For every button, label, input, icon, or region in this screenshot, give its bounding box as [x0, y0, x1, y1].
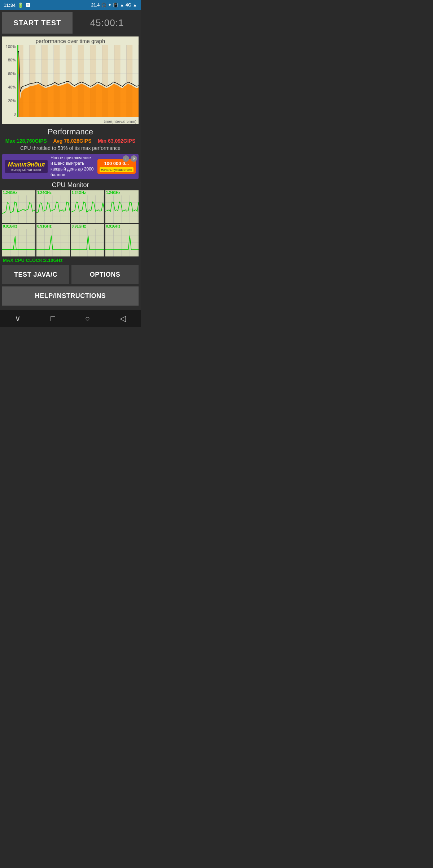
nav-circle-icon[interactable]: ○ — [85, 314, 90, 323]
cpu-chart-8 — [105, 229, 139, 256]
cpu-chart-3 — [71, 195, 104, 223]
headphones-icon: 🎧 — [101, 3, 106, 8]
cpu-core-1: 1.24GHz — [2, 190, 35, 223]
timer-display: 45:00:1 — [75, 17, 139, 29]
nav-square-icon[interactable]: □ — [51, 314, 55, 323]
ad-banner: МанилЭндия Выгодный чат-квест Новое прик… — [2, 154, 139, 179]
signal-text: 21.4 — [91, 3, 100, 8]
ad-right[interactable]: 100 000 0... Начать путешествие — [97, 159, 136, 174]
performance-chart-wrapper: performance over time graph 100% 80% 60%… — [2, 36, 139, 124]
wifi-icon: ▲ — [120, 3, 124, 8]
signal-icon: ▲ — [133, 3, 137, 8]
ad-left: МанилЭндия Выгодный чат-квест — [5, 160, 48, 173]
cpu-freq-3: 1.24GHz — [71, 190, 104, 195]
cpu-core-2: 1.24GHz — [36, 190, 70, 223]
cpu-chart-1 — [2, 195, 35, 223]
nav-back-icon[interactable]: ◁ — [120, 314, 126, 323]
ad-close-button[interactable]: ✕ — [131, 155, 137, 162]
y-label-20: 20% — [8, 99, 16, 103]
options-button[interactable]: OPTIONS — [71, 265, 139, 284]
network-type: 4G — [126, 3, 131, 8]
cpu-freq-5: 0.91GHz — [2, 224, 35, 229]
cpu-chart-2 — [36, 195, 70, 223]
performance-svg — [17, 45, 139, 117]
cpu-core-4: 1.24GHz — [105, 190, 139, 223]
y-label-40: 40% — [8, 85, 16, 89]
cpu-freq-6: 0.91GHz — [36, 224, 70, 229]
cpu-freq-1: 1.24GHz — [2, 190, 35, 195]
cpu-bottom-grid: 0.91GHz 0.91GHz — [2, 224, 139, 256]
cpu-core-7: 0.91GHz — [71, 224, 104, 256]
y-label-60: 60% — [8, 72, 16, 76]
svg-rect-21 — [18, 74, 19, 117]
cpu-top-grid: 1.24GHz 1.24GHz — [2, 190, 139, 223]
chart-title: performance over time graph — [2, 36, 139, 45]
cpu-core-6: 0.91GHz — [36, 224, 70, 256]
nav-bar: ∨ □ ○ ◁ — [0, 310, 141, 327]
max-cpu-clock: MAX CPU CLOCK:2.10GHz — [3, 258, 139, 263]
stat-min: Min 63,092GIPS — [98, 138, 135, 144]
svg-rect-20 — [17, 45, 18, 117]
cpu-core-8: 0.91GHz — [105, 224, 139, 256]
stat-max: Max 128,760GIPS — [5, 138, 47, 144]
status-time: 11:34 — [4, 3, 16, 8]
ad-sub: Выгодный чат-квест — [8, 168, 45, 172]
ad-info-button[interactable]: i — [123, 155, 129, 162]
status-left: 11:34 🔋 🖼 — [4, 3, 30, 8]
cpu-chart-7 — [71, 229, 104, 256]
bluetooth-icon: ✦ — [108, 3, 111, 8]
y-label-80: 80% — [8, 58, 16, 62]
chart-x-label: time(interval 5min) — [104, 119, 136, 124]
ad-cta[interactable]: Начать путешествие — [100, 167, 134, 172]
y-label-0: 0 — [14, 112, 16, 116]
test-java-c-button[interactable]: TEST JAVA/C — [2, 265, 69, 284]
nav-down-icon[interactable]: ∨ — [15, 314, 21, 323]
perf-stats: Max 128,760GIPS Avg 78,028GIPS Min 63,09… — [2, 138, 139, 144]
cpu-monitor-title: CPU Monitor — [2, 181, 139, 189]
vibrate-icon: 📳 — [113, 3, 118, 8]
app-content: START TEST 45:00:1 performance over time… — [0, 10, 141, 310]
top-row: START TEST 45:00:1 — [2, 12, 139, 34]
cpu-freq-8: 0.91GHz — [105, 224, 139, 229]
help-instructions-button[interactable]: HELP/INSTRUCTIONS — [2, 286, 139, 306]
status-bar: 11:34 🔋 🖼 21.4 🎧 ✦ 📳 ▲ 4G ▲ — [0, 0, 141, 10]
chart-area: 100% 80% 60% 40% 20% 0 — [2, 45, 139, 124]
cpu-freq-7: 0.91GHz — [71, 224, 104, 229]
svg-rect-18 — [17, 45, 139, 117]
bottom-buttons: TEST JAVA/C OPTIONS — [2, 265, 139, 284]
cpu-freq-2: 1.24GHz — [36, 190, 70, 195]
image-icon: 🖼 — [26, 3, 30, 8]
battery-icon: 🔋 — [18, 3, 23, 8]
stat-avg: Avg 78,028GIPS — [53, 138, 91, 144]
cpu-chart-5 — [2, 229, 35, 256]
ad-brand: МанилЭндия — [8, 161, 45, 168]
status-right: 21.4 🎧 ✦ 📳 ▲ 4G ▲ — [91, 3, 137, 8]
start-test-button[interactable]: START TEST — [2, 12, 73, 34]
ad-prize: 100 000 0... — [100, 161, 134, 166]
cpu-core-3: 1.24GHz — [71, 190, 104, 223]
throttle-text: CPU throttled to 53% of its max performa… — [2, 145, 139, 151]
chart-svg-container — [17, 45, 139, 117]
ad-text: Новое приключение и шанс выиграть каждый… — [51, 155, 95, 178]
cpu-chart-6 — [36, 229, 70, 256]
cpu-freq-4: 1.24GHz — [105, 190, 139, 195]
chart-y-labels: 100% 80% 60% 40% 20% 0 — [2, 45, 17, 116]
cpu-core-5: 0.91GHz — [2, 224, 35, 256]
performance-title: Performance — [2, 127, 139, 137]
y-label-100: 100% — [6, 45, 16, 49]
cpu-chart-4 — [105, 195, 139, 223]
